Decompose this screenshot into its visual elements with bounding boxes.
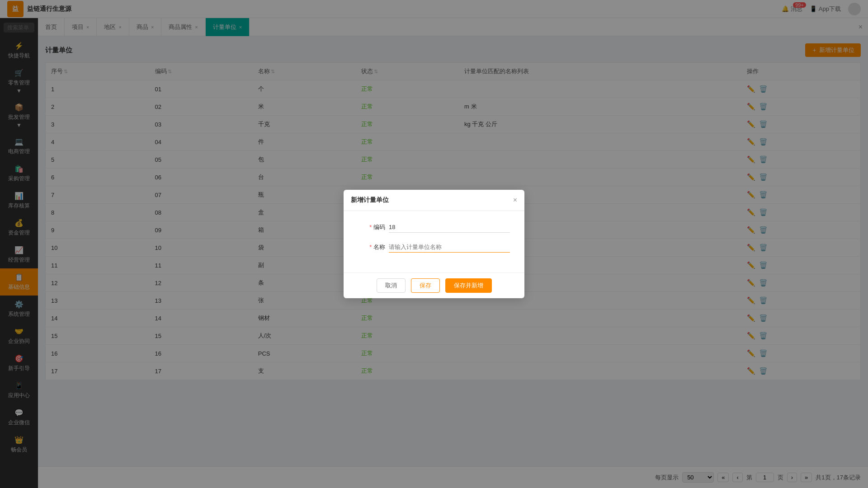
add-unit-modal: 新增计量单位 × 编码 名称 取消 保存 保存并新增 [344, 190, 524, 298]
code-label: 编码 [358, 223, 385, 231]
save-button[interactable]: 保存 [411, 278, 440, 293]
save-and-new-button[interactable]: 保存并新增 [445, 278, 492, 293]
modal-header: 新增计量单位 × [344, 190, 524, 211]
modal-title: 新增计量单位 [351, 196, 389, 204]
cancel-button[interactable]: 取消 [377, 278, 406, 293]
code-form-row: 编码 [358, 222, 510, 233]
name-input[interactable] [389, 242, 510, 253]
modal-close-icon[interactable]: × [513, 196, 517, 204]
name-form-row: 名称 [358, 242, 510, 253]
code-input[interactable] [389, 222, 510, 233]
modal-footer: 取消 保存 保存并新增 [344, 272, 524, 298]
name-label: 名称 [358, 243, 385, 251]
modal-body: 编码 名称 [344, 211, 524, 272]
modal-overlay[interactable]: 新增计量单位 × 编码 名称 取消 保存 保存并新增 [0, 0, 868, 488]
